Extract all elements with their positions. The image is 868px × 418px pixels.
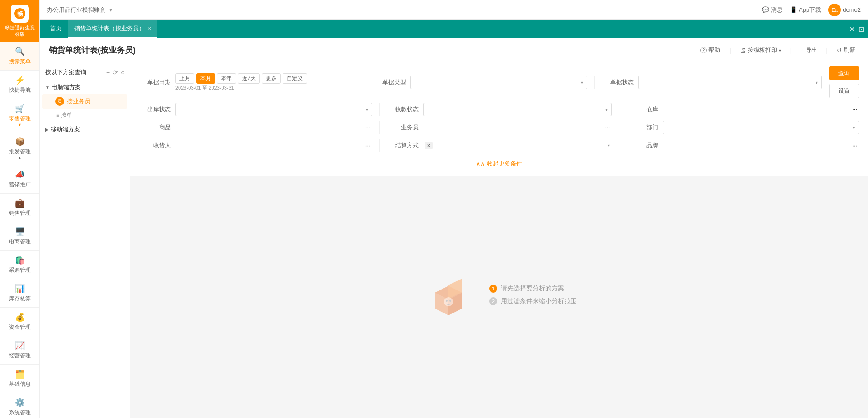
filter-section: 单据日期 上月 本月 本年 近7天 更多 自定义 20 bbox=[130, 61, 868, 176]
app-download-btn[interactable]: 📱 App下载 bbox=[790, 6, 821, 14]
payment-method-tag[interactable]: × bbox=[425, 142, 433, 149]
filter-row-3: 商品 ··· 业务员 ··· 部门 bbox=[139, 121, 859, 134]
scheme-doc-icon: ≡ bbox=[56, 112, 59, 119]
tab-close-icon[interactable]: × bbox=[147, 25, 151, 32]
filter-receiver-label: 收货人 bbox=[139, 142, 175, 150]
logo-area[interactable]: 畅 畅捷通好生意 标版 bbox=[0, 0, 39, 42]
collapse-up-icon: ∧∧ bbox=[476, 161, 485, 167]
print-btn[interactable]: 🖨 按模板打印 ▾ bbox=[736, 44, 785, 56]
tabbar-actions: ✕ ⊡ bbox=[849, 20, 864, 38]
filter-doctype-cell: 单据类型 ▾ bbox=[367, 76, 594, 89]
message-btn[interactable]: 💬 消息 bbox=[762, 6, 783, 14]
date-btn-this-year[interactable]: 本年 bbox=[217, 73, 236, 84]
left-panel-header: 按以下方案查询 + ⟳ « bbox=[40, 66, 130, 79]
desktop-arrow-icon: ▼ bbox=[45, 85, 50, 90]
query-button[interactable]: 查询 bbox=[829, 66, 859, 80]
date-btn-7days[interactable]: 近7天 bbox=[238, 73, 260, 84]
sidebar-item-operations[interactable]: 📈 经营管理 bbox=[0, 336, 39, 365]
sidebar-item-ecommerce[interactable]: 🖥️ 电商管理 bbox=[0, 222, 39, 251]
sidebar-item-basic[interactable]: 🗂️ 基础信息 bbox=[0, 365, 39, 393]
tab-maximize-icon[interactable]: ⊡ bbox=[859, 25, 864, 33]
logo-icon: 畅 bbox=[11, 5, 29, 23]
filter-outstatus-label: 出库状态 bbox=[139, 105, 175, 114]
filter-doctype-select[interactable]: ▾ bbox=[410, 76, 587, 89]
ecommerce-icon: 🖥️ bbox=[15, 227, 25, 237]
app-download-icon: 📱 bbox=[790, 6, 797, 13]
filter-receiver-value[interactable]: ··· bbox=[175, 139, 372, 152]
lp-add-btn[interactable]: + bbox=[106, 69, 110, 76]
date-btn-custom[interactable]: 自定义 bbox=[283, 73, 307, 84]
sidebar-item-label: 基础信息 bbox=[9, 380, 31, 388]
app-download-label: App下载 bbox=[799, 6, 821, 14]
empty-tips: 1 请先选择要分析的方案 2 用过滤条件来缩小分析范围 bbox=[489, 285, 577, 310]
staff-dots: ··· bbox=[605, 124, 610, 131]
empty-tip-2: 2 用过滤条件来缩小分析范围 bbox=[489, 297, 577, 305]
sidebar-item-marketing[interactable]: 📣 营销推广 bbox=[0, 165, 39, 194]
date-btns-row: 上月 本月 本年 近7天 更多 自定义 bbox=[175, 73, 359, 84]
sidebar-item-inventory[interactable]: 📊 库存核算 bbox=[0, 279, 39, 308]
date-range-display: 2023-03-01 至 2023-03-31 bbox=[175, 85, 359, 91]
scheme-item-by-doc[interactable]: ≡ 按单 bbox=[40, 109, 130, 121]
filter-brand-value[interactable]: ··· bbox=[663, 139, 859, 152]
industry-selector[interactable]: 办公用品行业模拟账套 bbox=[47, 6, 106, 14]
settings-button[interactable]: 设置 bbox=[829, 84, 859, 98]
scheme-item-by-staff[interactable]: 员 按业务员 bbox=[42, 94, 127, 109]
topbar-left: 办公用品行业模拟账套 ▾ bbox=[47, 6, 112, 14]
refresh-btn[interactable]: ↺ 刷新 bbox=[833, 44, 859, 56]
filter-goods-value[interactable]: ··· bbox=[175, 121, 372, 134]
tag-x-icon[interactable]: × bbox=[427, 142, 430, 149]
left-panel: 按以下方案查询 + ⟳ « ▼ 电脑端方案 员 按业务员 bbox=[40, 61, 130, 418]
retail-icon: 🛒 bbox=[15, 104, 25, 114]
chevron-up-icon: ▲ bbox=[18, 156, 22, 160]
desktop-scheme-header[interactable]: ▼ 电脑端方案 bbox=[40, 81, 130, 94]
filter-staff-value[interactable]: ··· bbox=[423, 121, 612, 134]
filter-docstatus-select[interactable]: ▾ bbox=[638, 76, 822, 89]
sidebar-item-finance[interactable]: 💰 资金管理 bbox=[0, 308, 39, 336]
sidebar-item-quicknav[interactable]: ⚡ 快捷导航 bbox=[0, 71, 39, 99]
topbar: 办公用品行业模拟账套 ▾ 💬 消息 📱 App下载 Ea demo2 bbox=[40, 0, 868, 20]
mobile-scheme-header[interactable]: ▶ 移动端方案 bbox=[40, 123, 130, 136]
date-btn-this-month[interactable]: 本月 bbox=[196, 73, 215, 84]
sidebar-item-label: 批发管理 bbox=[9, 148, 31, 156]
sidebar-item-search[interactable]: 🔍 搜索菜单 bbox=[0, 42, 39, 71]
user-info[interactable]: Ea demo2 bbox=[828, 4, 861, 16]
sidebar-item-retail[interactable]: 🛒 零售管理 ▼ bbox=[0, 99, 39, 132]
sidebar-item-sales[interactable]: 💼 销售管理 bbox=[0, 194, 39, 222]
dept-dropdown-icon: ▾ bbox=[853, 125, 855, 130]
collapse-conditions-btn[interactable]: ∧∧ 收起更多条件 bbox=[139, 157, 859, 171]
paymentstatus-dropdown-icon: ▾ bbox=[605, 107, 608, 112]
filter-action-btns: 查询 设置 bbox=[822, 66, 859, 98]
sidebar-item-label: 销售管理 bbox=[9, 209, 31, 217]
lp-refresh-btn[interactable]: ⟳ bbox=[113, 69, 118, 76]
filter-paymentstatus-select[interactable]: ▾ bbox=[423, 103, 612, 116]
sidebar-item-label: 库存核算 bbox=[9, 295, 31, 303]
date-btn-last-month[interactable]: 上月 bbox=[175, 73, 194, 84]
help-btn[interactable]: ? 帮助 bbox=[697, 44, 724, 56]
sidebar-item-system[interactable]: ⚙️ 系统管理 bbox=[0, 393, 39, 418]
filter-dept-select[interactable]: ▾ bbox=[663, 121, 859, 134]
empty-state-container: 1 请先选择要分析的方案 2 用过滤条件来缩小分析范围 bbox=[130, 176, 868, 418]
sidebar-item-label: 搜索菜单 bbox=[9, 58, 31, 66]
tab-close-window-icon[interactable]: ✕ bbox=[849, 25, 855, 33]
filter-warehouse-value[interactable]: ··· bbox=[663, 103, 859, 116]
sidebar-item-label: 营销推广 bbox=[9, 181, 31, 189]
topbar-right: 💬 消息 📱 App下载 Ea demo2 bbox=[762, 4, 861, 16]
date-btn-more[interactable]: 更多 bbox=[262, 73, 281, 84]
filter-docstatus-cell: 单据状态 ▾ bbox=[594, 76, 822, 89]
sidebar-item-label: 快捷导航 bbox=[9, 86, 31, 94]
tab-sales-stat[interactable]: 销货单统计表（按业务员） × bbox=[68, 20, 157, 38]
export-btn[interactable]: ↑ 导出 bbox=[797, 44, 821, 56]
sidebar-item-purchase[interactable]: 🛍️ 采购管理 bbox=[0, 251, 39, 279]
inventory-icon: 📊 bbox=[15, 284, 25, 294]
left-panel-title: 按以下方案查询 bbox=[45, 68, 86, 76]
filter-goods-label: 商品 bbox=[139, 124, 175, 132]
finance-icon: 💰 bbox=[15, 312, 25, 322]
lp-collapse-btn[interactable]: « bbox=[121, 69, 124, 76]
filter-paymethod-cell: 结算方式 × ▾ bbox=[379, 139, 619, 152]
goods-dots: ··· bbox=[365, 124, 370, 131]
industry-dropdown-icon[interactable]: ▾ bbox=[109, 7, 112, 13]
filter-outstatus-select[interactable]: ▾ bbox=[175, 103, 372, 116]
tab-home[interactable]: 首页 bbox=[43, 20, 68, 38]
sidebar-item-label: 资金管理 bbox=[9, 323, 31, 331]
sidebar-item-wholesale[interactable]: 📦 批发管理 ▲ bbox=[0, 132, 39, 165]
